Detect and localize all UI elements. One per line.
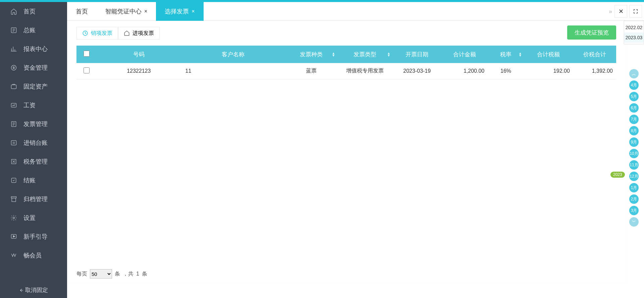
- archive-icon: [10, 195, 17, 203]
- sidebar-item-home[interactable]: 首页: [0, 2, 67, 21]
- generate-voucher-button[interactable]: 生成凭证预览: [567, 25, 616, 40]
- month-button[interactable]: 9月: [629, 137, 639, 147]
- main-panel: 销项发票 进项发票 生成凭证预览 号码 客户名称 发票种类▲▼ 发票类型▲▼ 开…: [67, 21, 626, 284]
- period-year-option[interactable]: 2023.03: [624, 33, 644, 43]
- cancel-fix-button[interactable]: 取消固定: [0, 284, 67, 297]
- month-button[interactable]: 4月: [629, 80, 639, 90]
- period-panel: 2022.02 2023.03 ︽ 4月 5月 6月 7月 8月 9月 10月 …: [624, 21, 644, 227]
- col-total[interactable]: 价税合计: [573, 46, 616, 63]
- invoice-table: 号码 客户名称 发票种类▲▼ 发票类型▲▼ 开票日期 合计金额 税率▲▼ 合计税…: [76, 46, 616, 79]
- sidebar-label: 报表中心: [23, 45, 48, 53]
- svg-rect-5: [11, 140, 16, 145]
- col-type[interactable]: 发票类型▲▼: [337, 46, 392, 63]
- sidebar-item-archive[interactable]: 归档管理: [0, 190, 67, 208]
- home-icon: [10, 8, 17, 15]
- svg-point-9: [13, 217, 15, 219]
- month-button[interactable]: 7月: [629, 115, 639, 124]
- sales-invoice-icon: [82, 30, 88, 36]
- sidebar: 首页 总账 报表中心 资金管理 固定资产 工资 发票管理 进销台账 税务管理 结…: [0, 2, 67, 298]
- sidebar-label: 税务管理: [23, 158, 48, 166]
- month-button[interactable]: 10月: [629, 149, 639, 158]
- tab-voucher-center[interactable]: 智能凭证中心 ×: [97, 2, 156, 21]
- sidebar-item-inout[interactable]: 进销台账: [0, 133, 67, 152]
- month-button[interactable]: 11月: [629, 160, 639, 170]
- pager: 每页 50 条 ，共 1 条: [76, 269, 147, 279]
- sidebar-label: 设置: [23, 214, 36, 222]
- month-button[interactable]: 5月: [629, 92, 639, 101]
- tab-home[interactable]: 首页: [67, 2, 97, 21]
- sidebar-item-invoice[interactable]: 发票管理: [0, 115, 67, 133]
- inner-tabs: 销项发票 进项发票: [76, 27, 616, 40]
- sidebar-label: 首页: [23, 7, 36, 15]
- tab-select-invoice[interactable]: 选择发票 ×: [156, 2, 203, 21]
- table-header-row: 号码 客户名称 发票种类▲▼ 发票类型▲▼ 开票日期 合计金额 税率▲▼ 合计税…: [76, 46, 616, 63]
- asset-icon: [10, 83, 17, 90]
- month-button[interactable]: 3月: [629, 206, 639, 215]
- col-number[interactable]: 号码: [96, 46, 181, 63]
- table-row[interactable]: 12322123 11 蓝票 增值税专用发票 2023-03-19 1,200.…: [76, 63, 616, 79]
- tabs-scroll-right-icon[interactable]: »: [606, 8, 614, 15]
- inner-tab-label: 进项发票: [132, 30, 154, 37]
- purchase-invoice-icon: [124, 30, 130, 36]
- sidebar-label: 总账: [23, 26, 36, 34]
- sort-icon[interactable]: ▲▼: [332, 52, 335, 57]
- tax-icon: [10, 158, 17, 165]
- sidebar-item-guide[interactable]: 新手引导: [0, 227, 67, 246]
- month-button[interactable]: 2月: [629, 194, 639, 204]
- tab-label: 选择发票: [165, 7, 189, 15]
- col-customer[interactable]: 客户名称: [181, 46, 285, 63]
- cell-date: 2023-03-19: [392, 63, 442, 79]
- sidebar-item-tax[interactable]: 税务管理: [0, 152, 67, 171]
- tab-label: 首页: [76, 7, 88, 15]
- col-tax[interactable]: 合计税额: [524, 46, 573, 63]
- row-checkbox[interactable]: [84, 67, 90, 73]
- sidebar-label: 固定资产: [23, 82, 48, 91]
- col-amount[interactable]: 合计金额: [441, 46, 488, 63]
- sidebar-item-ledger[interactable]: 总账: [0, 21, 67, 40]
- pager-perpage-label: 每页: [76, 271, 87, 278]
- months-up-icon[interactable]: ︽: [629, 69, 639, 78]
- close-icon[interactable]: ×: [144, 8, 147, 14]
- pager-total-prefix: ，共: [123, 271, 133, 278]
- page-size-select[interactable]: 50: [90, 269, 112, 279]
- cancel-fix-label: 取消固定: [25, 286, 48, 294]
- cell-total: 1,392.00: [573, 63, 616, 79]
- year-badge: 2023: [610, 172, 625, 178]
- inner-tab-label: 销项发票: [91, 30, 112, 37]
- play-icon: [10, 233, 17, 240]
- inner-tab-sales[interactable]: 销项发票: [76, 27, 118, 40]
- vip-icon: [10, 252, 17, 259]
- sidebar-label: 结账: [23, 176, 36, 184]
- sort-icon[interactable]: ▲▼: [519, 52, 522, 57]
- cell-amount: 1,200.00: [441, 63, 488, 79]
- col-kind[interactable]: 发票种类▲▼: [285, 46, 337, 63]
- cell-rate: 16%: [488, 63, 524, 79]
- sidebar-item-salary[interactable]: 工资: [0, 96, 67, 115]
- cell-number: 12322123: [96, 63, 181, 79]
- month-button[interactable]: 6月: [629, 103, 639, 113]
- sidebar-item-assets[interactable]: 固定资产: [0, 77, 67, 96]
- sidebar-item-reports[interactable]: 报表中心: [0, 40, 67, 58]
- inner-tab-purchase[interactable]: 进项发票: [118, 27, 160, 40]
- month-button[interactable]: 12月: [629, 172, 639, 181]
- close-all-button[interactable]: ✕: [614, 5, 627, 18]
- close-icon[interactable]: ×: [192, 8, 195, 14]
- sidebar-item-funds[interactable]: 资金管理: [0, 58, 67, 77]
- invoice-icon: [10, 120, 17, 128]
- period-year-option[interactable]: 2022.02: [624, 22, 644, 33]
- sidebar-label: 工资: [23, 101, 36, 109]
- sidebar-item-closing[interactable]: 结账: [0, 171, 67, 190]
- sidebar-item-settings[interactable]: 设置: [0, 208, 67, 227]
- col-rate[interactable]: 税率▲▼: [488, 46, 524, 63]
- fullscreen-button[interactable]: [629, 5, 642, 18]
- month-button[interactable]: 8月: [629, 126, 639, 135]
- cell-customer: 11: [181, 63, 285, 79]
- months-down-icon[interactable]: ︾: [629, 217, 639, 227]
- select-all-checkbox[interactable]: [84, 51, 90, 57]
- sidebar-item-vip[interactable]: 畅会员: [0, 246, 67, 265]
- col-date[interactable]: 开票日期: [392, 46, 442, 63]
- svg-rect-2: [11, 85, 16, 89]
- sort-icon[interactable]: ▲▼: [387, 52, 390, 57]
- month-button[interactable]: 1月: [629, 183, 639, 192]
- pager-unit: 条: [115, 271, 120, 278]
